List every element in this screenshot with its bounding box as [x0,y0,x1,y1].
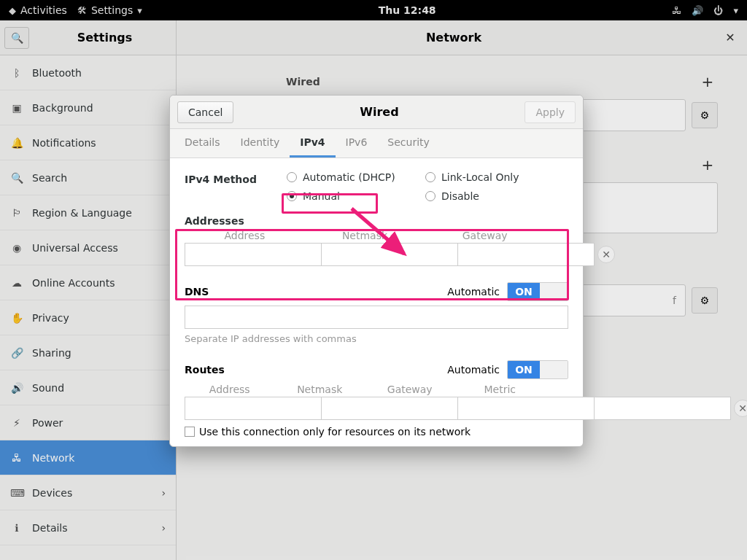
routes-heading: Routes [185,364,440,376]
tab-security[interactable]: Security [377,129,440,158]
gear-icon: ⚙ [700,295,710,306]
radio-link-local-only[interactable]: Link-Local Only [425,171,568,183]
sidebar-item-label: Notifications [32,137,96,149]
col-netmask: Netmask [305,230,425,241]
panel-title: Network [185,31,722,44]
sidebar-item-online-accounts[interactable]: ☁Online Accounts [0,265,176,300]
routes-automatic-switch[interactable]: ON [507,360,568,379]
activities-button[interactable]: ◆ Activities [9,4,67,16]
radio-dot [425,191,436,201]
notifications-icon: 🔔 [10,137,23,149]
netmask-input[interactable] [321,243,457,266]
tab-ipv6[interactable]: IPv6 [336,129,378,158]
switch-on-label: ON [508,361,540,378]
only-resources-label: Use this connection only for resources o… [199,426,471,438]
sidebar-item-region-language[interactable]: 🏳Region & Language [0,195,176,230]
radio-automatic-dhcp-[interactable]: Automatic (DHCP) [287,171,425,183]
sidebar-item-details[interactable]: ℹDetails› [0,510,176,545]
clock[interactable]: Thu 12:48 [142,4,673,16]
add-connection-button-2[interactable]: + [697,155,718,175]
remove-route-button[interactable]: ✕ [734,400,747,417]
route-netmask-input[interactable] [321,397,457,420]
apply-button[interactable]: Apply [525,101,576,123]
dialog-header: Cancel Wired Apply [170,96,583,129]
volume-icon[interactable]: 🔊 [692,5,703,16]
activities-icon: ◆ [9,5,16,16]
online-accounts-icon: ☁ [10,277,23,289]
settings-sidebar: 🔍 Settings ᛒBluetooth▣Background🔔Notific… [0,20,177,560]
tab-details[interactable]: Details [174,129,231,158]
connection-settings-button[interactable]: ⚙ [692,102,718,128]
dns-automatic-switch[interactable]: ON [507,282,568,301]
off-badge: f [673,295,676,306]
sidebar-item-network[interactable]: 🖧Network [0,440,176,475]
automatic-label: Automatic [447,364,500,376]
add-connection-button[interactable]: + [697,71,718,92]
search-icon: 🔍 [11,32,23,44]
radio-dot [287,172,297,182]
sidebar-item-label: Details [32,522,68,534]
network-status-icon[interactable]: 🖧 [672,5,681,16]
radio-disable[interactable]: Disable [425,190,568,202]
automatic-label: Automatic [447,286,500,298]
remove-row-button[interactable]: ✕ [597,246,615,263]
sidebar-item-label: Devices [32,487,72,499]
sidebar-item-label: Background [32,102,93,114]
sidebar-item-bluetooth[interactable]: ᛒBluetooth [0,55,176,90]
addresses-heading: Addresses [185,215,568,227]
dns-input[interactable] [185,306,568,329]
sidebar-item-notifications[interactable]: 🔔Notifications [0,125,176,160]
close-button[interactable]: ✕ [722,31,738,44]
background-icon: ▣ [10,102,23,114]
dialog-title: Wired [233,105,525,119]
tab-ipv4[interactable]: IPv4 [290,129,335,158]
only-resources-checkbox[interactable] [185,427,195,437]
chevron-down-icon[interactable]: ▾ [733,5,738,16]
address-input[interactable] [185,243,321,266]
sidebar-title: Settings [34,31,176,44]
col-gateway: Gateway [425,230,545,241]
sidebar-item-label: Network [32,452,74,464]
radio-dot [287,191,297,201]
power-menu-icon[interactable]: ⏻ [713,5,723,16]
tab-identity[interactable]: Identity [231,129,290,158]
cancel-button[interactable]: Cancel [177,101,233,123]
wired-heading: Wired [286,76,697,88]
dialog-tabs: DetailsIdentityIPv4IPv6Security [170,129,583,158]
privacy-icon: ✋ [10,312,23,324]
sidebar-item-label: Sound [32,382,64,394]
sidebar-item-devices[interactable]: ⌨Devices› [0,475,176,510]
connection-settings-button-3[interactable]: ⚙ [692,287,718,314]
app-menu[interactable]: 🛠 Settings ▾ [77,4,142,16]
col-gateway: Gateway [365,384,455,395]
ipv4-method-options: Automatic (DHCP)Link-Local OnlyManualDis… [287,171,568,202]
route-gateway-input[interactable] [457,397,594,420]
chevron-right-icon: › [161,522,166,534]
route-metric-input[interactable] [594,397,731,420]
sidebar-item-universal-access[interactable]: ◉Universal Access [0,230,176,265]
sidebar-item-power[interactable]: ⚡Power [0,405,176,440]
col-metric: Metric [455,384,546,395]
sidebar-item-sound[interactable]: 🔊Sound [0,370,176,405]
gear-icon: ⚙ [700,109,710,121]
route-address-input[interactable] [185,397,321,420]
sidebar-item-label: Bluetooth [32,67,82,79]
sidebar-item-background[interactable]: ▣Background [0,90,176,125]
radio-label: Link-Local Only [441,171,519,183]
sidebar-item-privacy[interactable]: ✋Privacy [0,300,176,335]
radio-label: Manual [303,190,340,202]
sidebar-item-label: Privacy [32,312,69,324]
sidebar-item-search[interactable]: 🔍Search [0,160,176,195]
sidebar-item-sharing[interactable]: 🔗Sharing [0,335,176,370]
gateway-input[interactable] [457,243,595,266]
radio-manual[interactable]: Manual [287,190,425,202]
radio-dot [425,172,436,182]
sidebar-search-button[interactable]: 🔍 [4,27,29,49]
ipv4-method-label: IPv4 Method [185,171,279,185]
dns-hint: Separate IP addresses with commas [185,333,568,344]
universal-access-icon: ◉ [10,242,23,254]
connection-editor-dialog: Cancel Wired Apply DetailsIdentityIPv4IP… [169,95,584,447]
bluetooth-icon: ᛒ [10,67,23,79]
content-header: Network ✕ [177,20,747,55]
wrench-icon: 🛠 [77,5,87,16]
